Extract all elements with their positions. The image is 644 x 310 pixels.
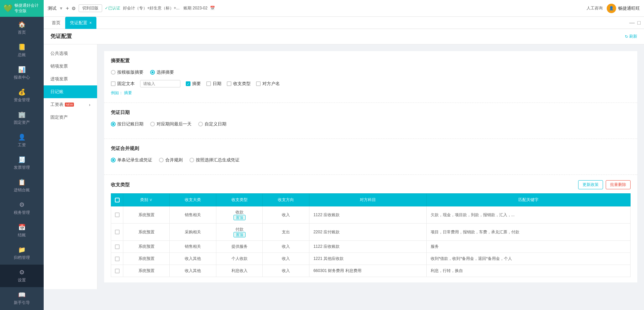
row-category-1: 系统预置 xyxy=(123,224,170,241)
settings-icon: ⚙ xyxy=(19,269,25,276)
funds-icon: 💰 xyxy=(18,88,26,96)
summary-radio-template[interactable]: 按模板版摘要 xyxy=(111,69,143,75)
sidebar-item-funds[interactable]: 💰资金管理 xyxy=(0,84,44,107)
row-checkbox-0[interactable] xyxy=(111,206,123,224)
row-checkbox-3[interactable] xyxy=(111,253,123,265)
fixed-text-input[interactable] xyxy=(140,80,180,87)
th-checkbox[interactable] xyxy=(111,194,123,206)
tabs-bar: 首页 凭证配置 × — □ xyxy=(44,17,644,29)
topbar-switch-button[interactable]: 切到旧版 xyxy=(79,4,102,12)
table-row: 系统预置 销售相关 收款 置顶 收入 1122 应收账款 欠款，现金，项目款，到… xyxy=(111,206,631,224)
row-direction-0: 收入 xyxy=(263,206,309,224)
sidebar-item-purchase[interactable]: 📋进销台账 xyxy=(0,175,44,197)
left-menu-item-purchase_inv[interactable]: 进项发票 xyxy=(44,73,97,85)
left-menu-item-public[interactable]: 公共选项 xyxy=(44,47,97,60)
radio-dot-journal xyxy=(111,122,116,126)
logo-text-line2: 专业版 xyxy=(14,8,39,14)
topbar-gear-icon[interactable]: ⚙ xyxy=(72,6,76,11)
summary-radio-select[interactable]: 选择摘要 xyxy=(150,69,174,75)
tab-close-icon[interactable]: × xyxy=(89,21,92,25)
checkbox-date[interactable]: 日期 xyxy=(206,81,221,87)
sidebar-item-settings[interactable]: ⚙设置 xyxy=(0,265,44,287)
checkbox-box-income-type xyxy=(227,81,231,86)
topbar-title: 测试 xyxy=(48,5,56,11)
left-menu-label-journal: 日记账 xyxy=(50,89,63,95)
merge-radio-single[interactable]: 单条记录生成凭证 xyxy=(111,157,152,163)
left-menu-label-public: 公共选项 xyxy=(50,50,68,56)
archive-icon: 📁 xyxy=(18,246,26,254)
date-radio-journal[interactable]: 按日记账日期 xyxy=(111,121,143,127)
sidebar-item-tax[interactable]: ⚙税务管理 xyxy=(0,197,44,220)
sidebar-item-assets[interactable]: 🏢固定资产 xyxy=(0,107,44,129)
checkbox-summary[interactable]: ✓ 摘要 xyxy=(186,81,201,87)
batch-delete-button[interactable]: 批量删除 xyxy=(606,180,631,189)
tag-top-1[interactable]: 置顶 xyxy=(233,232,246,237)
table-actions: 更新政策 批量删除 xyxy=(578,180,631,189)
sidebar-label-archive: 归档管理 xyxy=(14,255,30,261)
row-checkbox-1[interactable] xyxy=(111,224,123,241)
sidebar-item-home[interactable]: 🏠首页 xyxy=(0,17,44,39)
date-radio-group: 按日记账日期 对应期间最后一天 自定义日期 xyxy=(111,121,631,127)
sidebar-item-archive[interactable]: 📁归档管理 xyxy=(0,242,44,265)
radio-dot-select-summary xyxy=(189,158,194,162)
date-radio-custom[interactable]: 自定义日期 xyxy=(198,121,226,127)
radio-dot-select xyxy=(150,70,155,75)
topbar-arrow-icon: ▼ xyxy=(59,6,63,11)
sidebar-label-assets: 固定资产 xyxy=(14,120,30,125)
content-area: 首页 凭证配置 × — □ 凭证配置 ↻ 刷新 xyxy=(44,17,644,310)
sidebar-item-guide[interactable]: 📖新手引导 xyxy=(0,287,44,310)
left-menu-label-fixed_assets2: 固定资产 xyxy=(50,114,68,120)
row-checkbox-2[interactable] xyxy=(111,241,123,253)
row-income-type-3: 个人收款 xyxy=(216,253,262,265)
sidebar-label-reports: 报表中心 xyxy=(14,75,30,80)
topbar-user[interactable]: 👤 畅捷通旺旺 xyxy=(607,4,640,13)
topbar-consult-btn[interactable]: 人工咨询 xyxy=(587,5,603,11)
left-menu-item-journal[interactable]: 日记账 xyxy=(44,85,97,98)
refresh-button[interactable]: ↻ 刷新 xyxy=(625,34,637,39)
merge-radio-rule[interactable]: 合并规则 xyxy=(159,157,183,163)
minimize-button[interactable]: — xyxy=(629,20,635,26)
checkbox-counterpart[interactable]: 对方户名 xyxy=(256,81,280,87)
checkbox-income-type[interactable]: 收支类型 xyxy=(227,81,251,87)
topbar-plus-icon[interactable]: + xyxy=(66,5,69,11)
merge-radio-group: 单条记录生成凭证 合并规则 按照选择汇总生成凭证 xyxy=(111,157,631,163)
date-section: 凭证日期 按日记账日期 对应期间最后一天 xyxy=(104,103,637,139)
tab-voucher-config[interactable]: 凭证配置 × xyxy=(65,17,96,29)
tab-home[interactable]: 首页 xyxy=(47,17,65,29)
row-account-1: 2202 应付账款 xyxy=(309,224,426,241)
row-account-4: 660301 财务费用 利息费用 xyxy=(309,265,426,277)
row-account-3: 1221 其他应收款 xyxy=(309,253,426,265)
row-keywords-2: 服务 xyxy=(426,241,630,253)
left-menu-item-sales[interactable]: 销项发票 xyxy=(44,60,97,73)
row-income-type-0: 收款 置顶 xyxy=(216,206,262,224)
left-menu-item-fixed_assets2[interactable]: 固定资产 xyxy=(44,111,97,124)
th-category: 类别 ∨ xyxy=(123,194,170,206)
sidebar-label-settlement: 结账 xyxy=(18,232,26,238)
sidebar-item-invoice_mgr[interactable]: 🧾发票管理 xyxy=(0,152,44,175)
row-direction-3: 收入 xyxy=(263,253,309,265)
topbar-tags: 好会计（专）+好生意（标）+... xyxy=(123,5,179,11)
table-row: 系统预置 销售相关 提供服务 收入 1122 应收账款 服务 xyxy=(111,241,631,253)
date-radio-period-last[interactable]: 对应期间最后一天 xyxy=(150,121,191,127)
sidebar-label-invoice_mgr: 发票管理 xyxy=(14,165,30,170)
merge-radio-select-summary[interactable]: 按照选择汇总生成凭证 xyxy=(189,157,240,163)
sidebar-item-payroll[interactable]: 👤工资 xyxy=(0,129,44,152)
checkbox-fixed-text[interactable]: 固定文本 xyxy=(111,81,135,87)
update-policy-button[interactable]: 更新政策 xyxy=(578,180,603,189)
maximize-button[interactable]: □ xyxy=(637,20,641,26)
sidebar-item-settlement[interactable]: 📅结账 xyxy=(0,220,44,242)
sidebar-item-reports[interactable]: 📊报表中心 xyxy=(0,62,44,84)
th-income-type: 收支类型 xyxy=(216,194,262,206)
row-income-type-2: 提供服务 xyxy=(216,241,262,253)
main-area: 测试 ▼ + ⚙ 切到旧版 ✓已认证 好会计（专）+好生意（标）+... 账期 … xyxy=(44,0,644,310)
topbar-avatar: 👤 xyxy=(607,4,616,13)
tag-top-0[interactable]: 置顶 xyxy=(233,215,246,220)
th-income-main: 收支大类 xyxy=(170,194,216,206)
income-expense-section: 收支类型 更新政策 批量删除 xyxy=(104,175,637,282)
sidebar-item-ledger[interactable]: 📒总账 xyxy=(0,39,44,62)
income-expense-table: 类别 ∨ 收支大类 收支类型 收支方向 对方科目 匹配关键字 xyxy=(111,193,631,277)
radio-dot-rule xyxy=(159,158,164,162)
row-checkbox-4[interactable] xyxy=(111,265,123,277)
left-menu-item-payroll_table[interactable]: 工资表NEW› xyxy=(44,98,97,111)
row-category-0: 系统预置 xyxy=(123,206,170,224)
